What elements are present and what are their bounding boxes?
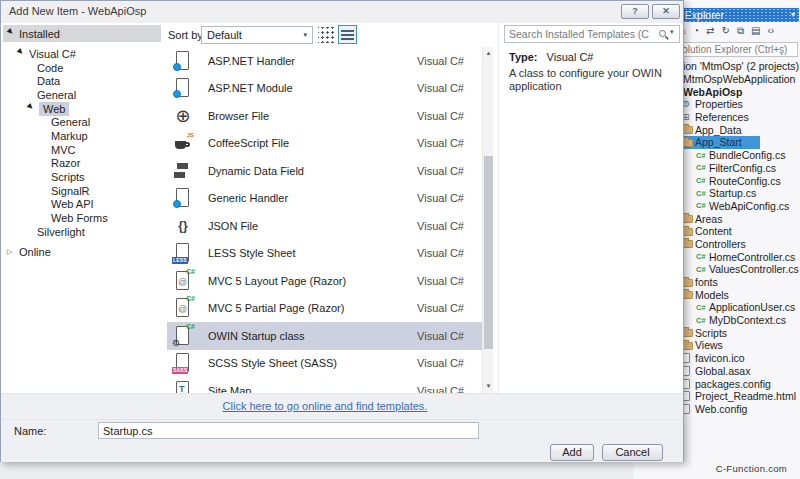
razor-icon: C#@ <box>172 297 194 319</box>
close-button[interactable]: ✕ <box>652 4 680 19</box>
template-language: Visual C# <box>417 165 464 177</box>
category-item-installed[interactable]: ▶Installed <box>3 25 161 42</box>
sort-by-value: Default <box>207 29 242 41</box>
aspnet-page-icon <box>172 50 194 72</box>
aspnet-page-icon <box>172 77 194 99</box>
tree-expanded-icon[interactable]: ▶ <box>6 26 20 40</box>
tree-collapsed-icon[interactable]: ▷ <box>7 248 19 256</box>
category-item-code[interactable]: Code <box>1 61 163 75</box>
template-name: ASP.NET Handler <box>208 55 295 67</box>
solution-item-label: Properties <box>695 98 743 110</box>
aspnet-page-icon <box>172 187 194 209</box>
template-row-asp-net-handler[interactable]: ASP.NET HandlerVisual C# <box>167 47 482 75</box>
template-row-coffeescript-file[interactable]: JSCoffeeScript FileVisual C# <box>167 130 482 158</box>
template-language: Visual C# <box>417 192 464 204</box>
category-item-markup[interactable]: Markup <box>1 129 163 143</box>
solution-item-label: Startup.cs <box>709 187 756 199</box>
solution-item-label: Areas <box>695 213 722 225</box>
template-row-browser-file[interactable]: ⊕Browser FileVisual C# <box>167 102 482 130</box>
template-name: Dynamic Data Field <box>208 165 304 177</box>
add-button[interactable]: Add <box>550 444 594 461</box>
template-name: JSON File <box>208 220 258 232</box>
template-row-mvc-5-partial-page-razor[interactable]: C#@MVC 5 Partial Page (Razor)Visual C# <box>167 295 482 323</box>
category-item-web-api[interactable]: Web API <box>1 198 163 212</box>
panel-divider <box>498 23 499 393</box>
category-label: Code <box>37 62 63 74</box>
view-code-icon[interactable]: ‹› <box>767 25 774 37</box>
template-name: LESS Style Sheet <box>208 247 295 259</box>
csharp-file-icon: C# <box>696 252 709 261</box>
template-name: MVC 5 Layout Page (Razor) <box>208 275 346 287</box>
watermark-text: C-Function.com <box>716 463 787 474</box>
template-language: Visual C# <box>417 302 464 314</box>
category-item-web[interactable]: ▶Web <box>1 102 163 116</box>
category-item-mvc[interactable]: MVC <box>1 143 163 157</box>
category-item-online[interactable]: ▷Online <box>1 246 163 260</box>
show-all-files-icon[interactable]: ▤ <box>751 25 760 37</box>
refresh-icon[interactable]: ↻ <box>721 25 729 37</box>
type-label: Type: <box>509 51 538 63</box>
template-row-scss-style-sheet-sass[interactable]: SASSSCSS Style Sheet (SASS)Visual C# <box>167 350 482 378</box>
sync-active-document-icon[interactable]: ⇄ <box>706 25 714 37</box>
item-name-input[interactable] <box>98 422 479 439</box>
scrollbar-thumb[interactable] <box>484 156 493 349</box>
category-item-silverlight[interactable]: Silverlight <box>1 225 163 239</box>
template-row-json-file[interactable]: {}JSON FileVisual C# <box>167 212 482 240</box>
dialog-footer: Click here to go online and find templat… <box>1 393 683 462</box>
scroll-down-icon[interactable]: ▼ <box>483 381 494 392</box>
dialog-titlebar[interactable]: Add New Item - WebApiOsp ? ✕ <box>1 1 683 23</box>
solution-item-label: RouteConfig.cs <box>709 175 781 187</box>
solution-item-label: fonts <box>695 276 718 288</box>
solution-item-label: WebApiOsp <box>683 86 742 98</box>
panel-menu-arrow-icon[interactable]: ▾ <box>791 8 795 22</box>
collapse-all-icon[interactable]: ⧉ <box>737 25 744 37</box>
template-row-owin-startup-class[interactable]: C#⚙OWIN Startup classVisual C# <box>167 322 482 350</box>
less-icon: LESS <box>172 242 194 264</box>
category-item-general[interactable]: General <box>1 115 163 129</box>
category-label: Installed <box>19 28 60 40</box>
csharp-file-icon: C# <box>696 201 709 210</box>
solution-item-label: favicon.ico <box>695 352 745 364</box>
template-name: MVC 5 Partial Page (Razor) <box>208 302 344 314</box>
tree-expanded-icon[interactable]: ▶ <box>16 47 30 61</box>
category-label: Online <box>19 246 51 258</box>
go-online-link[interactable]: Click here to go online and find templat… <box>167 400 483 412</box>
template-row-less-style-sheet[interactable]: LESSLESS Style SheetVisual C# <box>167 240 482 268</box>
solution-item-label: Models <box>695 289 729 301</box>
tree-expanded-icon[interactable]: ▶ <box>26 102 40 116</box>
scroll-up-icon[interactable]: ▲ <box>483 48 494 59</box>
csharp-file-icon: C# <box>696 265 709 274</box>
pending-changes-icon[interactable]: ◔ <box>693 25 699 37</box>
template-row-site-map[interactable]: TSite MapVisual C# <box>167 377 482 393</box>
cancel-button[interactable]: Cancel <box>602 444 663 461</box>
list-view-button[interactable] <box>338 25 357 44</box>
search-templates-input[interactable] <box>504 25 680 43</box>
owin-icon: C#⚙ <box>172 325 194 347</box>
category-item-general[interactable]: General <box>1 88 163 102</box>
category-item-razor[interactable]: Razor <box>1 157 163 171</box>
template-language: Visual C# <box>417 110 464 122</box>
small-icons-view-button[interactable] <box>318 27 334 43</box>
solution-item-label: FilterConfig.cs <box>709 162 776 174</box>
category-item-scripts[interactable]: Scripts <box>1 170 163 184</box>
template-row-dynamic-data-field[interactable]: Dynamic Data FieldVisual C# <box>167 157 482 185</box>
category-item-data[interactable]: Data <box>1 74 163 88</box>
solution-item-label: ValuesController.cs <box>709 263 799 275</box>
search-options-arrow-icon[interactable]: ▾ <box>670 28 674 36</box>
category-item-signalr[interactable]: SignalR <box>1 184 163 198</box>
template-row-generic-handler[interactable]: Generic HandlerVisual C# <box>167 185 482 213</box>
csharp-file-icon: C# <box>696 176 709 185</box>
template-language: Visual C# <box>417 137 464 149</box>
template-name: OWIN Startup class <box>208 330 305 342</box>
category-label: Razor <box>51 157 80 169</box>
template-list-scrollbar[interactable]: ▲ ▼ <box>482 47 493 393</box>
category-label: Scripts <box>51 171 85 183</box>
category-item-web-forms[interactable]: Web Forms <box>1 211 163 225</box>
template-row-asp-net-module[interactable]: ASP.NET ModuleVisual C# <box>167 75 482 103</box>
sort-by-dropdown[interactable]: Default ▾ <box>201 26 313 44</box>
template-name: Browser File <box>208 110 269 122</box>
solution-explorer-toolbar: ⌂◔⇄↻⧉▤‹› <box>680 25 774 37</box>
category-item-visual-c[interactable]: ▶Visual C# <box>1 47 163 61</box>
template-row-mvc-5-layout-page-razor[interactable]: C#@MVC 5 Layout Page (Razor)Visual C# <box>167 267 482 295</box>
help-button[interactable]: ? <box>621 4 649 19</box>
